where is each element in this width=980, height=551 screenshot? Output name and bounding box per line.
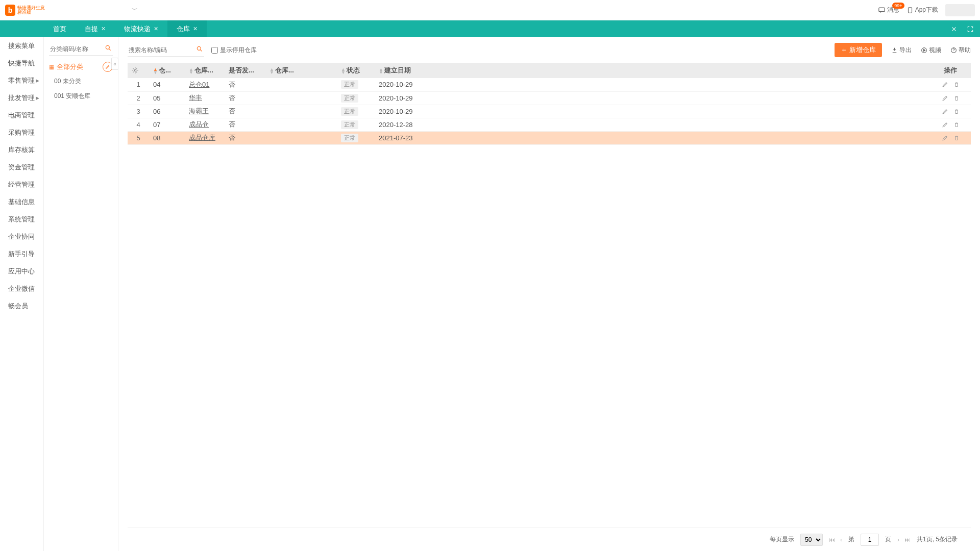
table-row[interactable]: 104总仓01否正常2020-10-29	[128, 78, 971, 91]
col-ship[interactable]: 是否发...	[225, 63, 265, 78]
cell-date: 2021-07-23	[375, 131, 930, 144]
close-icon[interactable]: ✕	[101, 26, 106, 32]
col-name[interactable]: ▲▼仓库...	[185, 63, 225, 78]
warehouse-link[interactable]: 海霸王	[189, 107, 209, 115]
sidebar-item[interactable]: 资金管理	[0, 159, 43, 176]
tab-首页[interactable]: 首页	[44, 20, 76, 37]
table-row[interactable]: 407成品仓否正常2020-12-28	[128, 118, 971, 131]
sidebar-item[interactable]: 库存核算	[0, 141, 43, 159]
sidebar-item-label: 采购管理	[8, 129, 35, 137]
search-icon[interactable]	[196, 45, 203, 53]
edit-button[interactable]	[942, 135, 948, 141]
page-last[interactable]: ⏭	[904, 536, 911, 543]
sidebar-item[interactable]: 批发管理▶	[0, 89, 43, 107]
delete-button[interactable]	[953, 108, 960, 115]
show-disabled-input[interactable]	[211, 47, 218, 54]
edit-button[interactable]	[942, 81, 948, 88]
col-status[interactable]: ▲▼状态	[337, 63, 375, 78]
sidebar-item[interactable]: 基础信息	[0, 193, 43, 211]
sidebar-item[interactable]: 经营管理	[0, 176, 43, 193]
col-category[interactable]: ▲▼仓库...	[265, 63, 337, 78]
warehouse-link[interactable]: 成品仓	[189, 120, 209, 128]
brand-logo: b 畅捷通好生意 标准版	[5, 5, 45, 16]
status-badge: 正常	[341, 120, 358, 129]
messages-button[interactable]: 消息 99+	[878, 6, 899, 14]
category-item[interactable]: 001 安顺仓库	[44, 89, 118, 104]
close-tab-button[interactable]	[949, 24, 959, 34]
sidebar-item-label: 新手引导	[8, 250, 35, 259]
export-button[interactable]: 导出	[891, 46, 912, 55]
delete-button[interactable]	[953, 121, 960, 128]
sidebar-item[interactable]: 采购管理	[0, 124, 43, 141]
sidebar-item[interactable]: 企业协同	[0, 228, 43, 245]
sidebar-item[interactable]: 系统管理	[0, 211, 43, 228]
show-disabled-checkbox[interactable]: 显示停用仓库	[211, 46, 257, 55]
user-avatar[interactable]	[945, 4, 975, 16]
sidebar-item[interactable]: 零售管理▶	[0, 72, 43, 89]
video-button[interactable]: 视频	[921, 46, 941, 55]
edit-button[interactable]	[942, 108, 948, 115]
sidebar-item[interactable]: 应用中心	[0, 263, 43, 280]
table-row[interactable]: 508成品仓库否正常2021-07-23	[128, 131, 971, 144]
col-code[interactable]: ▲▼仓...	[149, 63, 185, 78]
per-page-select[interactable]: 50	[800, 534, 823, 546]
sidebar-item[interactable]: 电商管理	[0, 107, 43, 124]
cell-index: 3	[128, 105, 149, 118]
search-icon[interactable]	[105, 44, 112, 52]
page-next[interactable]: ›	[897, 536, 899, 543]
cell-status: 正常	[337, 91, 375, 105]
sidebar-item[interactable]: 企业微信	[0, 280, 43, 297]
page-suffix: 页	[885, 535, 891, 544]
sidebar-item-label: 基础信息	[8, 198, 35, 207]
search-input[interactable]	[128, 43, 204, 57]
edit-button[interactable]	[942, 121, 948, 128]
page-prev[interactable]: ‹	[840, 536, 842, 543]
delete-button[interactable]	[953, 135, 960, 141]
cell-category	[265, 131, 337, 144]
col-date[interactable]: ▲▼建立日期	[375, 63, 930, 78]
sidebar-item[interactable]: 快捷导航	[0, 55, 43, 72]
table-row[interactable]: 306海霸王否正常2020-10-29	[128, 105, 971, 118]
close-icon[interactable]: ✕	[193, 26, 198, 32]
cell-date: 2020-10-29	[375, 78, 930, 91]
close-icon[interactable]: ✕	[154, 26, 158, 32]
tab-bar: 首页自提✕物流快递✕仓库✕	[0, 20, 980, 37]
app-download-button[interactable]: App下载	[906, 6, 938, 14]
download-icon	[906, 7, 914, 14]
tab-label: 仓库	[177, 24, 190, 34]
header-actions: 消息 99+ App下载	[878, 4, 975, 16]
edit-button[interactable]	[942, 95, 948, 102]
collapse-category-button[interactable]: «	[111, 58, 118, 70]
cell-ops	[930, 118, 971, 131]
delete-button[interactable]	[953, 81, 960, 88]
tab-label: 物流快递	[124, 24, 151, 34]
sidebar-item[interactable]: 畅会员	[0, 297, 43, 315]
warehouse-link[interactable]: 成品仓库	[189, 134, 215, 141]
plus-icon: ＋	[841, 46, 847, 55]
show-disabled-label: 显示停用仓库	[220, 46, 257, 55]
sidebar-item[interactable]: 新手引导	[0, 245, 43, 263]
status-badge: 正常	[341, 94, 358, 103]
cell-name: 海霸王	[185, 105, 225, 118]
status-badge: 正常	[341, 107, 358, 116]
sidebar-item-label: 零售管理	[8, 77, 35, 85]
category-search-input[interactable]	[49, 42, 113, 56]
tab-自提[interactable]: 自提✕	[76, 20, 115, 37]
col-settings[interactable]	[128, 63, 149, 78]
warehouse-link[interactable]: 总仓01	[189, 81, 209, 88]
help-button[interactable]: 帮助	[950, 46, 971, 55]
tab-仓库[interactable]: 仓库✕	[167, 20, 207, 37]
table-row[interactable]: 205华丰否正常2020-10-29	[128, 91, 971, 105]
page-input[interactable]	[861, 534, 879, 546]
sidebar-item[interactable]: 搜索菜单	[0, 37, 43, 55]
tab-物流快递[interactable]: 物流快递✕	[115, 20, 167, 37]
page-first[interactable]: ⏮	[829, 536, 835, 543]
category-all[interactable]: ▦ 全部分类	[44, 60, 118, 74]
warehouse-link[interactable]: 华丰	[189, 94, 202, 102]
delete-button[interactable]	[953, 95, 960, 102]
add-warehouse-button[interactable]: ＋ 新增仓库	[835, 43, 882, 57]
cell-category	[265, 105, 337, 118]
fullscreen-button[interactable]	[966, 24, 975, 34]
org-selector[interactable]: ﹀	[50, 4, 142, 17]
category-item[interactable]: 00 未分类	[44, 74, 118, 89]
